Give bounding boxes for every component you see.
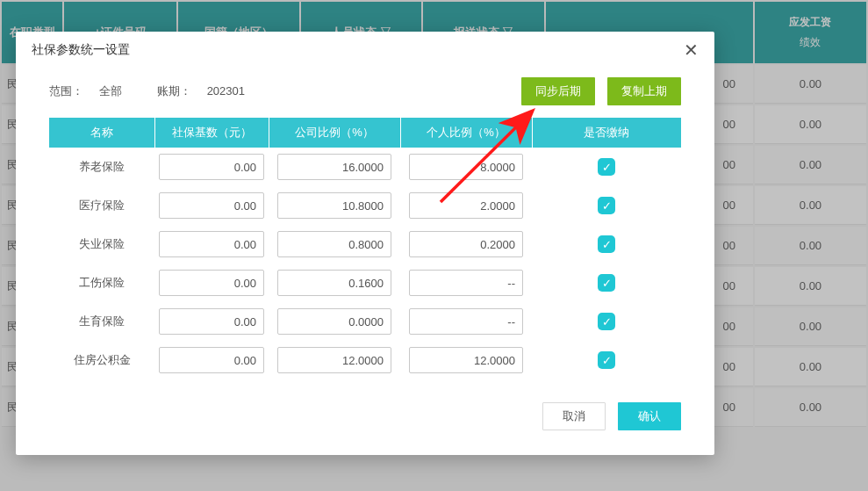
- copy-previous-button[interactable]: 复制上期: [607, 77, 681, 105]
- modal-footer: 取消 确认: [49, 402, 681, 430]
- enabled-checkbox[interactable]: ✓: [598, 313, 615, 330]
- th-base: 社保基数（元）: [154, 118, 269, 148]
- company-ratio-input[interactable]: [277, 154, 391, 180]
- table-row: 失业保险✓: [49, 225, 681, 264]
- row-name: 生育保险: [49, 302, 154, 341]
- enabled-checkbox[interactable]: ✓: [598, 274, 615, 292]
- enabled-checkbox[interactable]: ✓: [598, 197, 615, 214]
- enabled-checkbox[interactable]: ✓: [598, 351, 615, 369]
- row-name: 住房公积金: [49, 341, 154, 379]
- th-enabled: 是否缴纳: [532, 118, 681, 148]
- row-name: 工伤保险: [49, 264, 154, 302]
- table-row: 住房公积金✓: [49, 341, 681, 379]
- confirm-button[interactable]: 确认: [618, 402, 681, 430]
- th-personal-ratio: 个人比例（%）: [400, 118, 532, 148]
- base-input[interactable]: [159, 154, 264, 180]
- row-name: 养老保险: [49, 148, 154, 186]
- period-label: 账期：: [157, 84, 191, 97]
- th-name: 名称: [49, 118, 154, 148]
- table-row: 生育保险✓: [49, 302, 681, 341]
- company-ratio-input[interactable]: [277, 192, 391, 219]
- enabled-checkbox[interactable]: ✓: [598, 158, 615, 176]
- personal-ratio-input[interactable]: [409, 347, 523, 373]
- modal-header: 社保参数统一设置 ✕: [16, 32, 714, 69]
- personal-ratio-input[interactable]: [409, 231, 523, 257]
- personal-ratio-input[interactable]: [409, 270, 523, 296]
- personal-ratio-input[interactable]: [409, 308, 523, 335]
- company-ratio-input[interactable]: [277, 308, 391, 335]
- period-value: 202301: [207, 84, 245, 97]
- modal-title: 社保参数统一设置: [32, 42, 130, 58]
- company-ratio-input[interactable]: [277, 270, 391, 296]
- company-ratio-input[interactable]: [277, 231, 391, 257]
- social-security-settings-modal: 社保参数统一设置 ✕ 范围：全部 账期：202301 同步后期 复制上期 名称 …: [16, 32, 714, 455]
- table-row: 医疗保险✓: [49, 186, 681, 225]
- scope-label: 范围：: [49, 84, 83, 97]
- close-icon[interactable]: ✕: [684, 41, 699, 59]
- row-name: 医疗保险: [49, 186, 154, 225]
- base-input[interactable]: [159, 270, 264, 296]
- base-input[interactable]: [159, 231, 264, 257]
- personal-ratio-input[interactable]: [409, 192, 523, 219]
- enabled-checkbox[interactable]: ✓: [598, 235, 615, 253]
- base-input[interactable]: [159, 347, 264, 373]
- table-row: 养老保险✓: [49, 148, 681, 186]
- cancel-button[interactable]: 取消: [542, 402, 606, 430]
- modal-topbar: 范围：全部 账期：202301 同步后期 复制上期: [49, 77, 681, 105]
- base-input[interactable]: [159, 308, 264, 335]
- scope-value: 全部: [99, 84, 122, 97]
- company-ratio-input[interactable]: [277, 347, 391, 373]
- social-security-table: 名称 社保基数（元） 公司比例（%） 个人比例（%） 是否缴纳 养老保险✓医疗保…: [49, 118, 681, 379]
- base-input[interactable]: [159, 192, 264, 219]
- table-row: 工伤保险✓: [49, 264, 681, 302]
- sync-later-button[interactable]: 同步后期: [521, 77, 595, 105]
- personal-ratio-input[interactable]: [409, 154, 523, 180]
- th-company-ratio: 公司比例（%）: [269, 118, 400, 148]
- row-name: 失业保险: [49, 225, 154, 264]
